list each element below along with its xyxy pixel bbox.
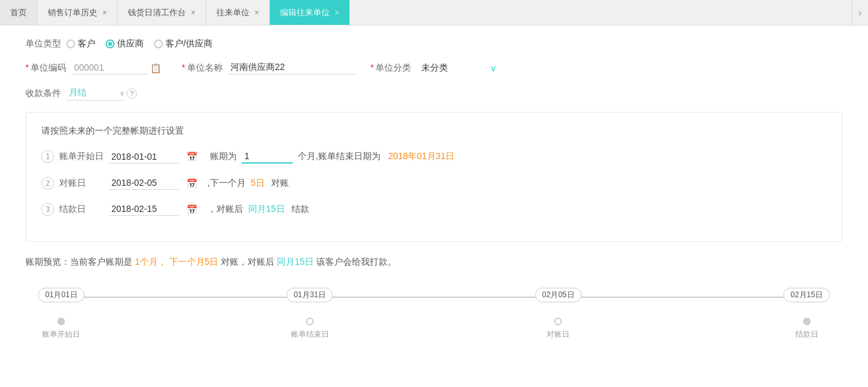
preview-reconcile: 下一个月5日 [169, 257, 219, 267]
period-suffix: 个月,账单结束日期为 [298, 151, 381, 162]
radio-supplier[interactable]: 供应商 [106, 38, 144, 50]
unit-code-label: 单位编码 [25, 62, 66, 74]
end-date-display: 2018年01月31日 [388, 151, 454, 162]
tab-partner-close[interactable]: × [255, 8, 259, 17]
timeline-label-3: 对账日 [547, 329, 570, 340]
payment-prefix: ，对账后 [207, 204, 243, 215]
tab-sales-history[interactable]: 销售订单历史 × [38, 0, 118, 25]
reconcile-date-row: 2 对账日 📅 ,下一个月 5日 对账 [41, 176, 827, 190]
tab-edit-partner[interactable]: 编辑往来单位 × [270, 0, 350, 25]
period-prefix: 账期为 [210, 151, 237, 162]
timeline-point-2: 01月31日 账单结束日 [286, 288, 333, 340]
payment-date-label: 结款日 [59, 204, 104, 215]
row-num-3: 3 [41, 203, 54, 216]
radio-supplier-circle [106, 39, 115, 48]
timeline-label-4: 结款日 [795, 329, 818, 340]
timeline-point-4: 02月15日 结款日 [783, 288, 830, 340]
payment-terms-dropdown[interactable]: 月结 ∨ [66, 86, 124, 101]
preview-label: 账期预览：当前客户账期是 [25, 257, 132, 267]
preview-section: 账期预览：当前客户账期是 1个月， 下一个月5日 对账，对账后 同月15日 该客… [25, 255, 843, 269]
timeline-badge-3: 02月05日 [535, 288, 582, 302]
radio-customer-label: 客户 [78, 38, 95, 50]
payment-terms-label: 收款条件 [25, 88, 61, 99]
payment-terms-row: 收款条件 月结 ∨ ? [25, 86, 843, 101]
tab-scroll-arrow[interactable]: › [851, 0, 868, 25]
reconcile-prefix: ,下一个月 [207, 178, 246, 189]
radio-customer[interactable]: 客户 [66, 38, 95, 50]
reconcile-date-label: 对账日 [59, 178, 104, 189]
reconcile-next-day: 5日 [251, 178, 265, 189]
tab-cashflow-label: 钱货日清工作台 [128, 7, 186, 18]
radio-both-label: 客户/供应商 [165, 38, 213, 50]
payment-date-input[interactable] [109, 202, 179, 216]
tab-edit-partner-label: 编辑往来单位 [280, 7, 330, 18]
unit-detail-row: 单位编码 📋 单位名称 单位分类 未分类 ∨ [25, 61, 843, 74]
timeline-label-1: 账单开始日 [42, 329, 80, 340]
timeline-point-1: 01月01日 账单开始日 [38, 288, 85, 340]
timeline: 01月01日 账单开始日 01月31日 账单结束日 02月05日 对账日 02月… [25, 281, 843, 346]
reconcile-date-cal-icon[interactable]: 📅 [186, 178, 197, 188]
unit-name-input[interactable] [228, 61, 355, 74]
section-title: 请按照未来的一个完整帐期进行设置 [41, 125, 827, 137]
unit-name-label: 单位名称 [181, 62, 222, 74]
payment-same-day: 同月15日 [248, 204, 285, 215]
payment-suffix: 结款 [291, 204, 309, 215]
timeline-dot-2 [306, 318, 314, 325]
payment-date-cal-icon[interactable]: 📅 [186, 204, 197, 215]
preview-suffix: 该客户会给我打款。 [316, 257, 396, 267]
timeline-point-3: 02月05日 对账日 [535, 288, 582, 340]
payment-terms-value: 月结 [66, 86, 117, 100]
timeline-dot-1 [57, 318, 65, 325]
preview-middle: 对账，对账后 [221, 257, 274, 267]
tab-cashflow[interactable]: 钱货日清工作台 × [118, 0, 206, 25]
preview-payment: 同月15日 [277, 257, 314, 267]
unit-type-label: 单位类型 [25, 38, 61, 50]
unit-code-input[interactable] [71, 61, 148, 74]
unit-classify-arrow-icon[interactable]: ∨ [490, 63, 496, 73]
timeline-points: 01月01日 账单开始日 01月31日 账单结束日 02月05日 对账日 02月… [38, 288, 830, 340]
reconcile-date-input[interactable] [109, 176, 179, 190]
unit-classify-value: 未分类 [421, 62, 485, 74]
timeline-label-2: 账单结束日 [291, 329, 329, 340]
start-date-input[interactable] [109, 150, 179, 164]
start-date-label: 账单开始日 [59, 151, 104, 162]
tab-sales-history-label: 销售订单历史 [48, 7, 97, 18]
period-settings-box: 请按照未来的一个完整帐期进行设置 1 账单开始日 📅 账期为 个月,账单结束日期… [25, 112, 843, 242]
radio-supplier-label: 供应商 [117, 38, 144, 50]
unit-classify-group: 单位分类 未分类 ∨ [370, 62, 496, 74]
row-num-2: 2 [41, 177, 54, 190]
timeline-badge-4: 02月15日 [783, 288, 830, 302]
tab-partner[interactable]: 往来单位 × [206, 0, 270, 25]
unit-classify-label: 单位分类 [370, 62, 411, 74]
radio-both-circle [154, 39, 163, 48]
tab-bar: 首页 销售订单历史 × 钱货日清工作台 × 往来单位 × 编辑往来单位 × › [0, 0, 868, 25]
timeline-dot-3 [554, 318, 562, 325]
payment-terms-help-icon[interactable]: ? [127, 88, 137, 99]
tab-partner-label: 往来单位 [216, 7, 249, 18]
radio-both[interactable]: 客户/供应商 [154, 38, 213, 50]
start-date-cal-icon[interactable]: 📅 [186, 151, 197, 162]
unit-code-icon[interactable]: 📋 [150, 63, 161, 73]
unit-type-radio-group: 客户 供应商 客户/供应商 [66, 38, 213, 50]
payment-terms-arrow-icon: ∨ [120, 90, 124, 97]
main-content: 单位类型 客户 供应商 客户/供应商 单位编码 📋 单位名称 单位分类 未分类 … [0, 25, 868, 387]
tab-sales-history-close[interactable]: × [102, 8, 107, 17]
timeline-badge-2: 01月31日 [286, 288, 333, 302]
preview-period: 1个月， [135, 257, 167, 267]
tab-home[interactable]: 首页 [0, 0, 38, 25]
row-num-1: 1 [41, 150, 54, 163]
timeline-dot-4 [803, 318, 811, 325]
tab-edit-partner-close[interactable]: × [335, 8, 339, 17]
timeline-badge-1: 01月01日 [38, 288, 85, 302]
period-input[interactable] [242, 150, 293, 164]
tab-home-label: 首页 [10, 7, 27, 18]
tab-cashflow-close[interactable]: × [191, 8, 195, 17]
reconcile-suffix: 对账 [271, 178, 289, 189]
payment-date-row: 3 结款日 📅 ，对账后 同月15日 结款 [41, 202, 827, 216]
unit-type-row: 单位类型 客户 供应商 客户/供应商 [25, 38, 843, 50]
radio-customer-circle [66, 39, 75, 48]
start-date-row: 1 账单开始日 📅 账期为 个月,账单结束日期为 2018年01月31日 [41, 150, 827, 164]
